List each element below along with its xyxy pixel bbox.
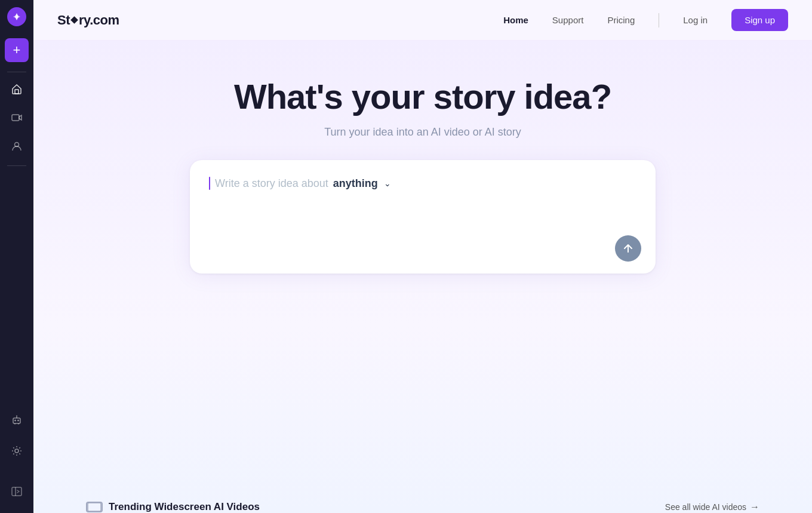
story-input-card: Write a story idea about anything ⌄ — [190, 160, 656, 274]
nav-divider — [659, 13, 659, 27]
sidebar-bottom — [5, 406, 29, 513]
sidebar-divider-1 — [7, 72, 26, 72]
svg-rect-4 — [13, 418, 20, 423]
story-input-row[interactable]: Write a story idea about anything ⌄ — [209, 177, 636, 190]
home-nav-button[interactable] — [5, 77, 29, 101]
svg-rect-2 — [12, 115, 19, 121]
nav-links: Home Support Pricing Log in Sign up — [503, 9, 788, 31]
svg-rect-1 — [15, 90, 19, 94]
logo-text-2: ry.com — [79, 13, 119, 28]
collapse-panel-button[interactable] — [5, 480, 29, 503]
svg-rect-9 — [12, 487, 21, 496]
input-placeholder-text: Write a story idea about — [215, 177, 328, 190]
settings-nav-button[interactable] — [5, 439, 29, 463]
logo-text: St — [57, 13, 70, 28]
hero-subtitle: Turn your idea into an AI video or AI st… — [324, 126, 521, 139]
sidebar-divider-2 — [7, 165, 26, 166]
svg-point-7 — [16, 416, 17, 417]
widescreen-icon — [86, 502, 103, 512]
svg-point-6 — [17, 420, 19, 422]
robot-nav-button[interactable] — [5, 408, 29, 432]
trending-title-text: Trending Widescreen AI Videos — [109, 501, 260, 513]
nav-pricing[interactable]: Pricing — [607, 15, 635, 25]
top-navigation: Stry.com Home Support Pricing Log in Sig… — [33, 0, 812, 41]
logo-diamond — [70, 16, 78, 24]
login-link[interactable]: Log in — [683, 15, 708, 25]
input-topic-text[interactable]: anything — [333, 177, 378, 190]
see-all-link[interactable]: See all wide AI videos → — [665, 502, 759, 512]
app-logo-icon — [7, 7, 26, 26]
main-content: Stry.com Home Support Pricing Log in Sig… — [33, 0, 812, 513]
text-cursor — [209, 177, 210, 190]
hero-section: What's your story idea? Turn your idea i… — [33, 41, 812, 513]
see-all-label: See all wide AI videos — [665, 502, 746, 512]
trending-title-row: Trending Widescreen AI Videos — [86, 501, 260, 513]
sidebar-logo — [0, 0, 33, 33]
sidebar: + — [0, 0, 33, 513]
hero-title: What's your story idea? — [234, 76, 611, 116]
user-nav-button[interactable] — [5, 134, 29, 158]
video-nav-button[interactable] — [5, 106, 29, 130]
svg-point-5 — [14, 420, 16, 422]
see-all-arrow-icon: → — [750, 502, 759, 512]
nav-home[interactable]: Home — [503, 15, 528, 25]
svg-rect-10 — [88, 503, 101, 511]
signup-button[interactable]: Sign up — [731, 9, 788, 31]
svg-point-8 — [15, 449, 19, 453]
story-submit-button[interactable] — [615, 235, 641, 262]
trending-section: Trending Widescreen AI Videos See all wi… — [33, 501, 812, 513]
brand-logo[interactable]: Stry.com — [57, 13, 119, 28]
topic-chevron-icon[interactable]: ⌄ — [384, 179, 391, 188]
nav-support[interactable]: Support — [552, 15, 584, 25]
trending-header: Trending Widescreen AI Videos See all wi… — [86, 501, 759, 513]
add-button[interactable]: + — [5, 38, 29, 62]
